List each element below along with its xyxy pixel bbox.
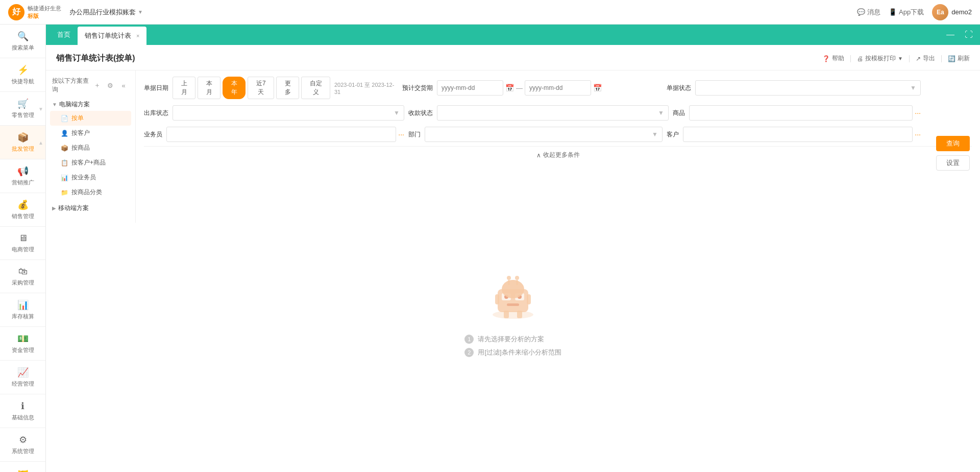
expected-date-start-input[interactable] xyxy=(437,80,503,96)
sidebar-item-quick-nav[interactable]: ⚡ 快捷导航 xyxy=(0,58,45,92)
date-last-month-button[interactable]: 上月 xyxy=(173,77,195,99)
delivery-status-select[interactable]: ▼ xyxy=(173,105,404,121)
sidebar-item-operation[interactable]: 📈 经营管理 xyxy=(0,361,45,394)
sidebar-item-sales[interactable]: 💰 销售管理 xyxy=(0,193,45,227)
purchase-icon: 🛍 xyxy=(18,266,28,277)
ecommerce-icon: 🖥 xyxy=(18,233,28,244)
sidebar-item-ecommerce[interactable]: 🖥 电商管理 xyxy=(0,227,45,260)
scheme-mobile-group: ▶ 移动端方案 xyxy=(50,202,131,215)
sidebar-item-wholesale[interactable]: 📦 批发管理 ▲ xyxy=(0,126,45,159)
sidebar-item-purchase[interactable]: 🛍 采购管理 xyxy=(0,260,45,293)
page-actions: ❓ 帮助 🖨 按模板打印 ▼ ↗ 导出 🔄 刷新 xyxy=(822,54,970,63)
tab-minimize-button[interactable]: — xyxy=(943,28,958,42)
product-label: 商品 xyxy=(673,109,685,117)
expected-date-end-input[interactable] xyxy=(525,80,591,96)
scheme-panel: 按以下方案查询 ＋ ⚙ « ▼ 电脑端方案 📄 按单 xyxy=(46,70,136,223)
app-download-button[interactable]: 📱 App下载 xyxy=(889,8,924,17)
main-content: 销售订单统计表(按单) ❓ 帮助 🖨 按模板打印 ▼ ↗ 导出 xyxy=(46,45,980,472)
order-status-select[interactable]: ▼ xyxy=(695,80,921,96)
collapse-button[interactable]: ∧ 收起更多条件 xyxy=(144,146,972,163)
salesperson-input[interactable] xyxy=(166,127,396,142)
empty-state: 1 请先选择要分析的方案 2 用[过滤]条件来缩小分析范围 xyxy=(46,223,980,398)
export-icon: ↗ xyxy=(916,55,921,62)
order-status-select-wrapper: ▼ xyxy=(695,80,921,96)
export-button[interactable]: ↗ 导出 xyxy=(916,54,935,63)
category-icon: 📁 xyxy=(60,188,68,197)
refresh-button[interactable]: 🔄 刷新 xyxy=(948,54,970,63)
query-button[interactable]: 查询 xyxy=(936,136,970,151)
logo-icon: 好 xyxy=(8,4,24,20)
scheme-collapse-button[interactable]: « xyxy=(118,80,129,91)
filter-panel: 按以下方案查询 ＋ ⚙ « ▼ 电脑端方案 📄 按单 xyxy=(46,70,980,223)
order-status-label: 单据状态 xyxy=(667,84,691,92)
svg-rect-13 xyxy=(516,280,518,285)
chevron-down-icon: ▼ xyxy=(38,106,43,111)
message-icon: 💬 xyxy=(857,8,865,16)
date-this-month-button[interactable]: 本月 xyxy=(198,77,220,99)
page-container: 销售订单统计表(按单) ❓ 帮助 🖨 按模板打印 ▼ ↗ 导出 xyxy=(46,45,980,472)
date-last-7-days-button[interactable]: 近7天 xyxy=(248,77,274,99)
department-select[interactable]: ▼ xyxy=(425,127,663,142)
sidebar-item-enterprise[interactable]: 🤝 企业协同 xyxy=(0,462,45,472)
tab-close-icon[interactable]: × xyxy=(136,33,139,39)
salesperson-more-icon[interactable]: ··· xyxy=(398,130,404,138)
settings-button[interactable]: 设置 xyxy=(936,155,970,171)
svg-point-14 xyxy=(507,276,511,280)
scheme-add-button[interactable]: ＋ xyxy=(91,80,103,91)
svg-rect-8 xyxy=(527,294,531,304)
scheme-item-by-customer-product[interactable]: 📋 按客户+商品 xyxy=(50,155,131,170)
date-more-button[interactable]: 更多 xyxy=(276,77,299,99)
scheme-settings-button[interactable]: ⚙ xyxy=(105,80,116,91)
refresh-icon: 🔄 xyxy=(948,55,955,62)
user-menu[interactable]: Ea demo2 xyxy=(932,4,972,20)
filter-area: 单据日期 上月 本月 本年 近7天 更多 自定义 2023-01-01 至 20… xyxy=(136,70,980,223)
sidebar-item-finance[interactable]: 💵 资金管理 xyxy=(0,327,45,361)
scheme-item-by-order[interactable]: 📄 按单 xyxy=(50,111,131,126)
svg-rect-6 xyxy=(507,303,519,306)
salesperson-icon: 📊 xyxy=(60,174,68,182)
tab-expand-button[interactable]: ⛶ xyxy=(962,28,976,42)
scheme-mobile-group-header[interactable]: ▶ 移动端方案 xyxy=(50,202,131,215)
scheme-item-by-salesperson[interactable]: 📊 按业务员 xyxy=(50,170,131,185)
sidebar-item-system[interactable]: ⚙ 系统管理 xyxy=(0,428,45,462)
payment-status-select[interactable]: ▼ xyxy=(437,105,669,121)
order-icon: 📄 xyxy=(60,114,68,123)
tab-active[interactable]: 销售订单统计表 × xyxy=(78,27,146,45)
chevron-down-icon: ▼ xyxy=(910,84,916,91)
tab-home[interactable]: 首页 xyxy=(50,25,78,45)
scheme-actions: ＋ ⚙ « xyxy=(91,80,129,91)
page-header: 销售订单统计表(按单) ❓ 帮助 🖨 按模板打印 ▼ ↗ 导出 xyxy=(46,45,980,70)
divider3 xyxy=(941,55,942,62)
help-icon: ❓ xyxy=(822,55,830,62)
chevron-up-icon: ∧ xyxy=(536,152,541,159)
marketing-icon: 📢 xyxy=(17,166,29,177)
page-title: 销售订单统计表(按单) xyxy=(56,53,135,64)
template-print-button[interactable]: 🖨 按模板打印 ▼ xyxy=(857,54,903,63)
date-this-year-button[interactable]: 本年 xyxy=(223,77,246,99)
scheme-group-header[interactable]: ▼ 电脑端方案 xyxy=(50,98,131,111)
customer-input[interactable] xyxy=(683,127,913,142)
help-button[interactable]: ❓ 帮助 xyxy=(822,54,844,63)
calendar-end-icon[interactable]: 📅 xyxy=(593,84,602,92)
customer-more-icon[interactable]: ··· xyxy=(915,130,921,138)
app-selector[interactable]: 办公用品行业模拟账套 ▼ xyxy=(65,6,147,19)
product-more-icon[interactable]: ··· xyxy=(915,109,921,117)
scheme-item-by-product[interactable]: 📦 按商品 xyxy=(50,140,131,155)
scheme-item-by-category[interactable]: 📁 按商品分类 xyxy=(50,185,131,200)
sidebar-item-inventory[interactable]: 📊 库存核算 xyxy=(0,293,45,327)
sidebar-item-search[interactable]: 🔍 搜索菜单 xyxy=(0,25,45,58)
date-custom-button[interactable]: 自定义 xyxy=(301,77,330,99)
calendar-start-icon[interactable]: 📅 xyxy=(505,84,514,92)
sidebar-item-marketing[interactable]: 📢 营销推广 xyxy=(0,159,45,193)
sidebar-item-basic[interactable]: ℹ 基础信息 xyxy=(0,394,45,428)
sidebar-item-retail[interactable]: 🛒 零售管理 ▼ xyxy=(0,92,45,126)
scheme-item-by-customer[interactable]: 👤 按客户 xyxy=(50,126,131,140)
product-input[interactable] xyxy=(689,105,913,121)
gear-icon: ⚙ xyxy=(19,434,27,445)
date-label: 单据日期 xyxy=(144,84,168,92)
action-buttons: 查询 设置 xyxy=(936,136,970,171)
operation-icon: 📈 xyxy=(17,367,29,378)
messages-button[interactable]: 💬 消息 xyxy=(857,8,880,17)
empty-hint-2: 2 用[过滤]条件来缩小分析范围 xyxy=(464,348,561,357)
empty-hints: 1 请先选择要分析的方案 2 用[过滤]条件来缩小分析范围 xyxy=(464,335,561,357)
